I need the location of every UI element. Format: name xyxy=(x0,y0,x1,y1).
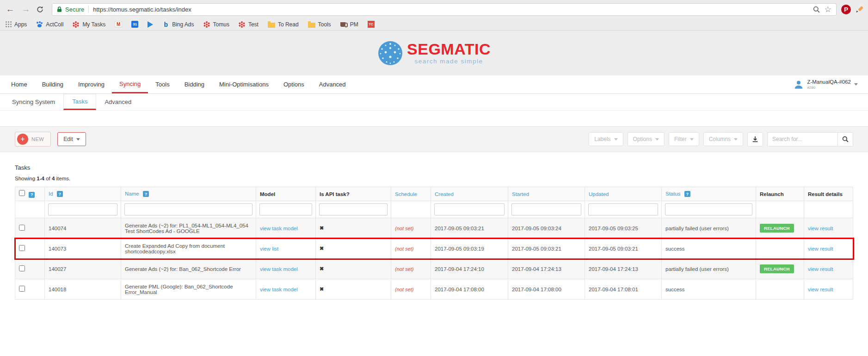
user-menu[interactable]: Z-ManualQA-#062 #280 xyxy=(794,75,858,93)
nav-item-improving[interactable]: Improving xyxy=(71,75,112,93)
sort-id-link[interactable]: Id xyxy=(49,191,53,196)
cell-relaunch-empty xyxy=(756,279,804,300)
bookmark-label: Test xyxy=(248,21,259,28)
nav-item-options[interactable]: Options xyxy=(276,75,312,93)
user-avatar-icon xyxy=(794,80,804,90)
bing-icon: b xyxy=(162,21,169,28)
help-icon[interactable]: ? xyxy=(684,191,690,197)
cell-updated: 2017-09-04 17:08:01 xyxy=(585,279,662,300)
bookmark-apps[interactable]: Apps xyxy=(6,21,27,28)
bookmark-teamcity[interactable]: TC xyxy=(368,21,375,28)
cross-icon: ✖ xyxy=(320,286,324,292)
sort-schedule-link[interactable]: Schedule xyxy=(395,191,417,197)
cell-started: 2017-09-05 09:03:24 xyxy=(508,218,585,239)
nav-item-tools[interactable]: Tools xyxy=(148,75,177,93)
forward-button[interactable]: → xyxy=(20,4,31,14)
chevron-down-icon xyxy=(614,138,618,141)
summary-text: Showing xyxy=(15,176,37,181)
view-task-model-link[interactable]: view task model xyxy=(260,287,298,292)
relaunch-button[interactable]: RELAUNCH xyxy=(760,224,794,233)
nav-item-syncing[interactable]: Syncing xyxy=(112,75,148,93)
header-status: Status ? xyxy=(662,187,756,201)
row-checkbox[interactable] xyxy=(19,286,25,292)
options-dropdown-button[interactable]: Options xyxy=(628,132,665,146)
view-result-link[interactable]: view result xyxy=(808,226,833,231)
nav-item-bidding[interactable]: Bidding xyxy=(177,75,212,93)
columns-dropdown-button[interactable]: Columns xyxy=(703,132,743,146)
select-all-checkbox[interactable] xyxy=(19,190,25,196)
bookmark-to-read[interactable]: To Read xyxy=(268,21,299,28)
help-icon[interactable]: ? xyxy=(143,191,149,197)
bookmark-pm[interactable]: PM xyxy=(340,21,358,28)
bookmark-star-icon[interactable]: ☆ xyxy=(825,6,831,13)
subnav-item-syncing-system[interactable]: Syncing System xyxy=(4,94,63,110)
main-navigation: Home Building Improving Syncing Tools Bi… xyxy=(0,75,868,94)
view-result-link[interactable]: view result xyxy=(808,287,833,292)
edit-dropdown-button[interactable]: Edit xyxy=(57,132,86,146)
row-checkbox[interactable] xyxy=(19,245,25,251)
nav-item-advanced[interactable]: Advanced xyxy=(312,75,353,93)
bookmark-label: PM xyxy=(350,21,358,28)
subnav-item-advanced[interactable]: Advanced xyxy=(96,94,140,110)
filter-cell-schedule xyxy=(391,201,431,218)
filter-model-input[interactable] xyxy=(259,203,312,215)
filter-started-input[interactable] xyxy=(511,203,581,215)
export-download-button[interactable] xyxy=(747,132,763,147)
relaunch-button[interactable]: RELAUNCH xyxy=(760,264,794,273)
bookmark-gmail[interactable]: M xyxy=(115,21,122,27)
labels-dropdown-button[interactable]: Labels xyxy=(589,132,623,146)
pencil-extension-icon[interactable] xyxy=(855,5,863,13)
address-bar[interactable]: Secure https://tomus.segmatic.io/tasks/i… xyxy=(52,3,837,16)
view-result-link[interactable]: view result xyxy=(808,246,833,252)
filter-dropdown-button[interactable]: Filter xyxy=(669,132,699,146)
summary-range: 1-4 xyxy=(37,176,44,181)
refresh-button[interactable] xyxy=(36,6,47,13)
view-task-model-link[interactable]: view task model xyxy=(260,266,298,272)
cell-relaunch-empty xyxy=(756,239,804,259)
globe-icon xyxy=(377,40,403,66)
sort-status-link[interactable]: Status xyxy=(665,191,681,196)
new-button[interactable]: + NEW xyxy=(15,132,51,147)
bookmark-test[interactable]: Test xyxy=(239,21,259,28)
bookmark-calendar[interactable]: 31 xyxy=(131,21,138,28)
bookmark-my-tasks[interactable]: My Tasks xyxy=(73,21,105,28)
subnav-item-tasks[interactable]: Tasks xyxy=(63,94,96,110)
cell-name: Generate Ads (~2) for: PL1_054-ML1_054-M… xyxy=(121,218,256,239)
zoom-icon[interactable] xyxy=(813,6,820,13)
pinterest-extension-icon[interactable]: P xyxy=(841,5,851,14)
search-button[interactable] xyxy=(837,132,853,147)
filter-is-api-input[interactable] xyxy=(319,203,388,215)
sort-created-link[interactable]: Created xyxy=(435,191,454,197)
bookmark-actcoll[interactable]: ActColl xyxy=(36,21,63,28)
bookmark-bing-ads[interactable]: b Bing Ads xyxy=(162,21,194,28)
sort-updated-link[interactable]: Updated xyxy=(589,191,609,197)
view-task-model-link[interactable]: view task model xyxy=(260,226,298,231)
bookmark-tomus[interactable]: Tomus xyxy=(203,21,229,28)
logo-text: SEGMATIC xyxy=(407,41,491,57)
sort-started-link[interactable]: Started xyxy=(512,191,529,197)
row-checkbox[interactable] xyxy=(19,265,25,271)
filter-cell-relaunch xyxy=(756,201,804,218)
help-icon[interactable]: ? xyxy=(57,191,63,197)
sort-name-link[interactable]: Name xyxy=(125,191,139,196)
search-input[interactable] xyxy=(767,132,837,147)
bookmark-tools[interactable]: Tools xyxy=(308,21,331,28)
filter-created-input[interactable] xyxy=(434,203,505,215)
url-text[interactable]: https://tomus.segmatic.io/tasks/index xyxy=(93,6,810,13)
grid-toolbar: + NEW Edit Labels Options Filter Columns xyxy=(0,126,868,152)
bookmark-label: Tomus xyxy=(213,21,229,28)
row-checkbox[interactable] xyxy=(19,225,25,231)
filter-updated-input[interactable] xyxy=(588,203,658,215)
search-icon xyxy=(842,136,849,142)
filter-name-input[interactable] xyxy=(124,203,252,215)
view-result-link[interactable]: view result xyxy=(808,266,833,272)
view-list-link[interactable]: view list xyxy=(260,246,278,252)
nav-item-home[interactable]: Home xyxy=(4,75,35,93)
back-button[interactable]: ← xyxy=(5,4,16,14)
filter-id-input[interactable] xyxy=(48,203,117,215)
help-icon[interactable]: ? xyxy=(29,192,35,198)
nav-item-mini-optimisations[interactable]: Mini-Optimisations xyxy=(212,75,276,93)
nav-item-building[interactable]: Building xyxy=(35,75,71,93)
filter-status-input[interactable] xyxy=(665,203,752,215)
bookmark-triangle[interactable] xyxy=(148,21,153,28)
